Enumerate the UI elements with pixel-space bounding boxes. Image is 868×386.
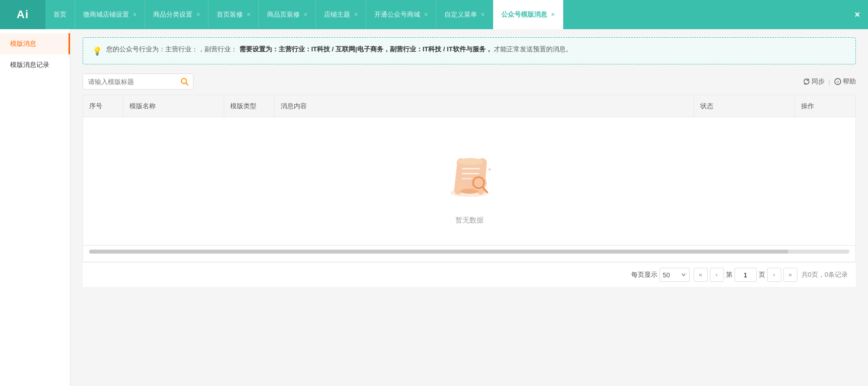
nav-tab-productpage-close[interactable]: ×: [304, 11, 307, 18]
page-label2: 页: [759, 270, 765, 279]
notice-box: 💡 您的公众号行业为：主营行业：，副营行业： 需要设置为：主营行业：IT科技 /…: [83, 37, 856, 64]
svg-line-1: [186, 83, 188, 85]
help-icon: ?: [834, 78, 841, 85]
nav-tab-openmp[interactable]: 开通公众号商城 ×: [366, 0, 436, 29]
nav-tab-tmplmsg-close[interactable]: ×: [551, 11, 555, 18]
toolbar-right: 同步 | ? 帮助: [803, 77, 856, 86]
nav-tab-tmplmsg[interactable]: 公众号模版消息 ×: [493, 0, 563, 29]
nav-tab-category-close[interactable]: ×: [196, 11, 200, 18]
chevron-down-icon: [681, 272, 686, 277]
sidebar: 模版消息 模版消息记录: [0, 29, 71, 386]
first-page-button[interactable]: «: [694, 268, 708, 282]
horizontal-scrollbar[interactable]: [89, 250, 849, 254]
sidebar-item-template-msg[interactable]: 模版消息: [0, 33, 70, 54]
nav-tab-homepage[interactable]: 首页装修 ×: [209, 0, 259, 29]
nav-tabs: 首页 微商城店铺设置 × 商品分类设置 × 首页装修 × 商品页装修 × 店铺主…: [45, 0, 846, 29]
empty-state: ✦ · 暂无数据: [83, 117, 855, 245]
nav-tab-home[interactable]: 首页: [45, 0, 75, 29]
notice-icon: 💡: [92, 44, 102, 58]
page-navigation: « ‹ 第 页 › »: [694, 268, 797, 282]
th-status: 状态: [694, 95, 795, 117]
table-header: 序号 模版名称 模版类型 消息内容 状态 操作: [83, 95, 855, 117]
nav-tab-homepage-close[interactable]: ×: [247, 11, 250, 18]
page-number-input[interactable]: [735, 268, 757, 282]
empty-text: 暂无数据: [455, 216, 484, 225]
scrollbar-thumb[interactable]: [89, 250, 788, 254]
pagination: 每页显示 50 « ‹ 第 页 › » 共0页，0条记录: [83, 262, 856, 287]
next-page-button[interactable]: ›: [767, 268, 781, 282]
search-button[interactable]: [175, 73, 193, 90]
prev-page-button[interactable]: ‹: [710, 268, 724, 282]
search-bar: 同步 | ? 帮助: [83, 73, 856, 90]
notice-highlight: 需要设置为：主营行业：IT科技 / 互联网|电子商务，副营行业：IT科技 / I…: [239, 45, 492, 53]
help-button[interactable]: ? 帮助: [834, 77, 856, 86]
nav-tab-wshop-close[interactable]: ×: [133, 11, 137, 18]
th-seq: 序号: [83, 95, 123, 117]
nav-tab-productpage[interactable]: 商品页装修 ×: [259, 0, 316, 29]
nav-tab-shoptheme[interactable]: 店铺主题 ×: [316, 0, 366, 29]
data-table: 序号 模版名称 模版类型 消息内容 状态 操作: [83, 95, 856, 262]
th-type: 模版类型: [224, 95, 275, 117]
nav-tab-wshop[interactable]: 微商城店铺设置 ×: [75, 0, 145, 29]
nav-tab-category[interactable]: 商品分类设置 ×: [145, 0, 209, 29]
page-size-dropdown[interactable]: 50: [659, 268, 690, 282]
nav-tab-custommenu[interactable]: 自定义菜单 ×: [436, 0, 493, 29]
page-size-select: 每页显示 50: [631, 268, 690, 282]
th-name: 模版名称: [123, 95, 224, 117]
svg-text:✦: ✦: [487, 166, 492, 173]
svg-text:·: ·: [484, 163, 485, 168]
th-content: 消息内容: [275, 95, 694, 117]
svg-text:?: ?: [837, 80, 839, 85]
nav-tab-custommenu-close[interactable]: ×: [481, 11, 485, 18]
top-nav: Ai 首页 微商城店铺设置 × 商品分类设置 × 首页装修 × 商品页装修 × …: [0, 0, 868, 29]
page-total: 共0页，0条记录: [802, 270, 848, 279]
sidebar-item-template-record[interactable]: 模版消息记录: [0, 54, 70, 75]
last-page-button[interactable]: »: [783, 268, 797, 282]
page-label: 第: [726, 270, 732, 279]
toolbar-divider: |: [829, 78, 830, 86]
notice-text: 您的公众号行业为：主营行业：，副营行业： 需要设置为：主营行业：IT科技 / 互…: [106, 44, 572, 55]
app-logo: Ai: [0, 0, 45, 29]
svg-point-5: [458, 158, 483, 165]
main-layout: 模版消息 模版消息记录 💡 您的公众号行业为：主营行业：，副营行业： 需要设置为…: [0, 29, 868, 386]
nav-tab-shoptheme-close[interactable]: ×: [354, 11, 358, 18]
horizontal-scrollbar-area: [83, 245, 855, 262]
sync-icon: [803, 78, 810, 85]
content-area: 💡 您的公众号行业为：主营行业：，副营行业： 需要设置为：主营行业：IT科技 /…: [71, 29, 868, 386]
search-input-wrap: [83, 73, 193, 90]
nav-tab-openmp-close[interactable]: ×: [424, 11, 428, 18]
close-all-button[interactable]: ×: [846, 10, 868, 20]
sync-button[interactable]: 同步: [803, 77, 825, 86]
search-icon: [180, 78, 188, 86]
empty-illustration: ✦ ·: [439, 147, 500, 208]
th-action: 操作: [795, 95, 855, 117]
